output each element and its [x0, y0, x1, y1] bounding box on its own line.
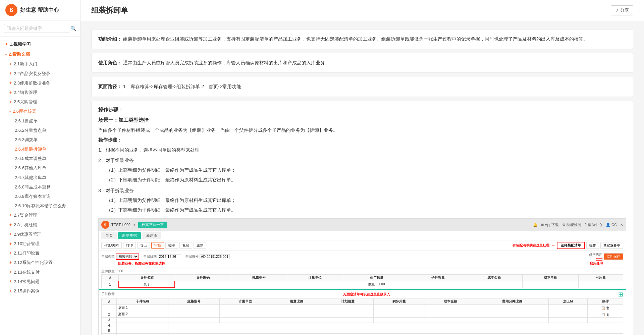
th-spec: 规格型号	[231, 275, 287, 281]
scenario1-desc: 当由多个子件材料组装成一个成品的业务为【组装】业务，当由一个父件拆分成多个子产品…	[98, 126, 626, 134]
sidebar-item-operation[interactable]: + 2.10经营管理	[9, 239, 80, 248]
role-label: 使用角色：	[98, 60, 122, 65]
sidebar-item-inv262[interactable]: 2.6.2分量盘点单	[15, 126, 80, 135]
intro-text: 组装拆卸单用来处理企业组装或拆卸等加工业务，支持有固定装配清单的产品加工业务，也…	[123, 36, 588, 42]
sidebar-item-inv269[interactable]: 2.6.9库存账本查询	[15, 192, 80, 201]
ss-dropdown-icon: ▼	[132, 223, 136, 227]
sidebar-item-inv263[interactable]: 2.6.3调拨单	[15, 135, 80, 145]
sidebar: 6 好生意 帮助中心 🔍 + 1.视频学习 - 2.帮助文档 + 2.1新手入门…	[0, 0, 80, 335]
table-row: 3	[102, 318, 623, 323]
sidebar-item-inv268[interactable]: 2.6.8商品成本重算	[15, 182, 80, 192]
sidebar-item-online-pay[interactable]: + 2.13在线支付	[9, 268, 80, 277]
ann4-text: 启用处理	[590, 261, 623, 266]
ss-date-input[interactable]	[158, 254, 181, 259]
collapse-icon: -	[5, 52, 7, 57]
page-title: 组装拆卸单	[91, 5, 128, 15]
step3: 3、对于拆装业务	[98, 186, 626, 195]
sidebar-item-finance[interactable]: + 2.7资金管理	[9, 211, 80, 220]
path-card: 页面路径： 1、库存核算->库存管理->组装拆卸单 2、首页->常用功能	[91, 77, 633, 97]
table-row: 1 桌子 数量：1.00	[102, 281, 623, 288]
intro-label: 功能介绍：	[98, 36, 122, 42]
sidebar-item-inv265[interactable]: 2.6.5成本调整单	[15, 154, 80, 163]
expand-icon: +	[5, 42, 8, 47]
settings-icon: ⚙ 功能检测	[562, 222, 581, 227]
ss-supply-input	[596, 258, 602, 261]
sidebar-item-inv267[interactable]: 2.6.7其他出库单	[15, 173, 80, 182]
ss-form-area: 单据类型 组装拆卸 单据日期	[99, 251, 626, 268]
step2-sub1: （1）上部明细为父件明细，最终作为产成品生成其它入库单；	[98, 166, 626, 174]
sidebar-item-sales[interactable]: + 2.4销售管理	[9, 88, 80, 97]
sidebar-item-personalize[interactable]: + 2.12系统个性化设置	[9, 258, 80, 267]
ss-btn-print[interactable]: 打印	[123, 242, 136, 249]
th-no: #	[102, 275, 119, 281]
ss-btn-cancel[interactable]: 作废/关闭	[101, 242, 122, 249]
ss-btn-action2[interactable]: 操作	[586, 242, 599, 249]
app-name: 好生意 帮助中心	[20, 7, 59, 14]
th-unit: 计量单位	[287, 275, 343, 281]
sidebar-item-label: 2.帮助文档	[9, 51, 30, 57]
sidebar-item-cases[interactable]: + 2.15操作案例	[9, 286, 80, 296]
ss-logo: 6	[101, 221, 109, 229]
search-button[interactable]: 🔍	[70, 26, 76, 31]
path-label: 页面路径：	[98, 84, 122, 89]
ss-btn-bom[interactable]: 选择装配清单	[557, 242, 585, 249]
search-box: 🔍	[0, 20, 80, 37]
ss-btn-delete[interactable]: 删除	[194, 242, 206, 249]
sidebar-item-inv261[interactable]: 2.6.1盘点单	[15, 116, 80, 126]
ss-annotation-area1: 有装配清单的在这里处理 → 选择装配清单 操作 其它业务单	[513, 242, 623, 249]
share-button[interactable]: ↗ 分享	[611, 5, 633, 15]
sidebar-item-mobile[interactable]: + 2.8手机旺铺	[9, 220, 80, 230]
sidebar-item-faq[interactable]: + 2.14常见问题	[9, 277, 80, 286]
step3-sub1: （1）上部明细为父件明细，最终作为原材料生成其它出库单；	[98, 196, 626, 205]
ss-btn-export[interactable]: 导出	[137, 242, 150, 249]
th-parent-name: 父件名称	[119, 275, 175, 281]
share-icon: ↗	[615, 8, 619, 13]
ss-btn-approve[interactable]: 审核	[151, 242, 164, 249]
sidebar-item-docs[interactable]: - 2.帮助文档	[0, 49, 80, 59]
ss-table2-label: 子件数量	[101, 292, 115, 296]
ss-save-btn[interactable]: 立即保存	[604, 253, 623, 260]
ss-tabbar: 自页 新增单据 新建表	[99, 231, 626, 240]
table-row: 2 桌面 2 📋 🗑	[102, 311, 623, 318]
ss-field-date: 单据日期	[143, 254, 181, 259]
step1: 1、根据不同的业务，选择不同单据的类型来处理	[98, 146, 626, 154]
ss-titlebar: 6 TEST-H002 ▼ 档案整理一下 🔔 ⊞ App下载 ⚙ 功能检测 ? …	[99, 219, 626, 231]
nav-sub-docs: + 2.1新手入门 + 2.2产品安装及登录 + 2.3使用前数据准备 + 2.…	[0, 59, 80, 296]
sidebar-item-purchase[interactable]: + 2.5采购管理	[9, 97, 80, 107]
bell-icon: 🔔	[533, 223, 538, 227]
ann5-text: 无固定清单可以在这里直接录入	[343, 292, 390, 297]
ss-expand-icon[interactable]: ⊞	[618, 291, 623, 298]
sidebar-item-coupon[interactable]: + 2.9优惠券管理	[9, 230, 80, 239]
sidebar-item-install[interactable]: + 2.2产品安装及登录	[9, 69, 80, 78]
ss-table1-label: 父件数量: 0.00	[101, 269, 623, 274]
ss-btn-action3[interactable]: 其它业务单	[600, 242, 623, 249]
sidebar-item-inventory[interactable]: - 2.6库存核算	[9, 107, 80, 116]
sidebar-item-inv266[interactable]: 2.6.6其他入库单	[15, 163, 80, 173]
ss-btn-copy[interactable]: 复制	[179, 242, 192, 249]
path-text: 1、库存核算->库存管理->组装拆卸单 2、首页->常用功能	[123, 84, 241, 89]
ss-field-type: 单据类型 组装拆卸	[101, 254, 139, 260]
main-header: 组装拆卸单 ↗ 分享	[80, 0, 644, 21]
sidebar-item-video[interactable]: + 1.视频学习	[0, 39, 80, 49]
search-input[interactable]	[4, 24, 69, 33]
sidebar-item-print[interactable]: + 2.11打印设置	[9, 248, 80, 258]
ss-table1: # 父件名称 父件编码 规格型号 计量单位 生产数量 子件数量 成本金额 成本单…	[101, 274, 623, 288]
sidebar-item-inv2610[interactable]: 2.6.10库存账本错了怎么办	[15, 201, 80, 211]
ss-btn-unapprove[interactable]: 撤审	[165, 242, 178, 249]
ss-type-select[interactable]: 组装拆卸	[116, 254, 139, 260]
ss-table1-container: 父件数量: 0.00 # 父件名称 父件编码 规格型号 计量单位 生产数量 子件…	[99, 268, 626, 289]
sidebar-item-newbie[interactable]: + 2.1新手入门	[9, 59, 80, 69]
sidebar-header: 6 好生意 帮助中心	[0, 0, 80, 20]
nav-tree: + 1.视频学习 - 2.帮助文档 + 2.1新手入门 + 2.2产品安装及登录…	[0, 37, 80, 335]
th-parent-code: 父件编码	[175, 275, 231, 281]
table-row: 1 桌面 1 📋 🗑	[102, 305, 623, 311]
ss-no-input[interactable]	[200, 254, 230, 259]
nav-sub-inventory: 2.6.1盘点单 2.6.2分量盘点单 2.6.3调拨单 2.6.4组装拆卸单 …	[9, 116, 80, 211]
screenshot-container: 6 TEST-H002 ▼ 档案整理一下 🔔 ⊞ App下载 ⚙ 功能检测 ? …	[98, 218, 626, 335]
th-unit-cost: 成本单价	[522, 275, 578, 281]
steps-title: 操作步骤：	[98, 107, 626, 113]
sidebar-item-data[interactable]: + 2.3使用前数据准备	[9, 78, 80, 88]
sidebar-item-inv264[interactable]: 2.6.4组装拆卸单	[15, 145, 80, 154]
th-cost-amt: 成本金额	[466, 275, 522, 281]
th-sub-qty: 子件数量	[410, 275, 466, 281]
